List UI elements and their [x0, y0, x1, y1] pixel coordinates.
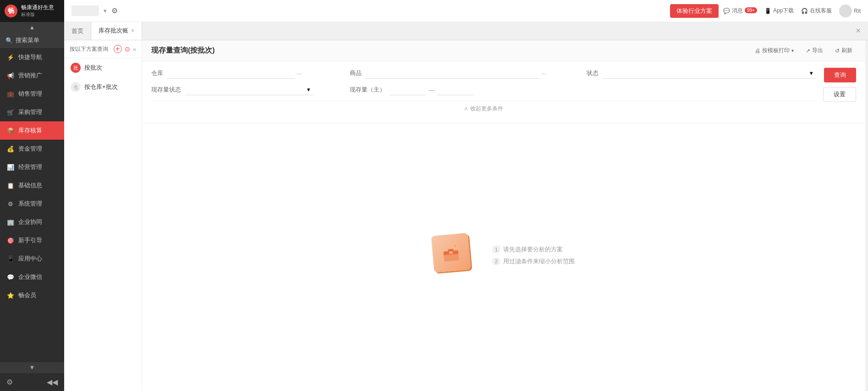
stock-qty-range: —	[389, 84, 579, 95]
sidebar-scroll-up[interactable]: ▲	[0, 22, 64, 33]
settings-button[interactable]: 设置	[823, 87, 856, 102]
inventory-icon: 📦	[6, 126, 15, 135]
tab-inventory-batch[interactable]: 库存批次账 ×	[91, 22, 142, 40]
sidebar-item-operations[interactable]: 📊 经营管理	[0, 158, 64, 176]
topbar-actions: 💬 消息 99+ 📱 App下载 🎧 在线客服 Rit	[723, 5, 861, 17]
filter-row-2: 现存量状态 ▾ 现存量（主） —	[151, 84, 816, 95]
messages-button[interactable]: 💬 消息 99+	[723, 7, 757, 15]
sidebar-item-enterprise[interactable]: 🏢 企业协同	[0, 213, 64, 231]
schema-item-by-warehouse-batch[interactable]: 仓 按仓库+批次	[64, 77, 142, 97]
sidebar-item-member[interactable]: ⭐ 畅会员	[0, 286, 64, 304]
search-icon: 🔍	[5, 37, 13, 44]
sidebar-item-basics[interactable]: 📋 基础信息	[0, 176, 64, 195]
empty-hint-2: 2 用过滤条件来缩小分析范围	[492, 257, 575, 266]
sidebar-item-label: 资金管理	[18, 145, 42, 153]
sidebar-search-item[interactable]: 🔍 搜索菜单	[0, 33, 64, 48]
warehouse-more-icon[interactable]: ···	[297, 70, 302, 77]
sidebar-item-label: 新手引导	[18, 236, 42, 244]
tab-home[interactable]: 首页	[64, 22, 91, 40]
sidebar-item-quick-nav[interactable]: ⚡ 快捷导航	[0, 48, 64, 66]
apps-icon: 📱	[6, 255, 15, 263]
left-panel-title: 按以下方案查询	[70, 45, 108, 53]
right-scrollbar[interactable]	[865, 40, 868, 391]
tab-close-icon[interactable]: ×	[131, 27, 134, 34]
page-header: 现存量查询(按批次) 🖨 按模板打印 ▾ ↗ 导出 ↺ 刷新	[142, 40, 865, 61]
sidebar-item-label: 销售管理	[18, 90, 42, 98]
tabs-bar: 首页 库存批次账 × ×	[64, 22, 868, 40]
sidebar-item-finance[interactable]: 💰 资金管理	[0, 140, 64, 158]
query-button[interactable]: 查询	[824, 68, 856, 82]
empty-state: 1 请先选择要分析的方案 2 用过滤条件来缩小分析范围	[142, 123, 865, 391]
product-more-icon[interactable]: ···	[541, 70, 546, 77]
sidebar-collapse-icon[interactable]: ◀◀	[47, 378, 58, 386]
wechat-icon: 💬	[6, 273, 15, 281]
empty-hint-1: 1 请先选择要分析的方案	[492, 245, 575, 254]
sidebar-item-label: 畅会员	[18, 291, 36, 299]
status-dropdown[interactable]: ▾	[602, 68, 816, 79]
tab-home-label: 首页	[71, 27, 83, 35]
sidebar-item-newbie[interactable]: 🎯 新手引导	[0, 231, 64, 250]
warehouse-filter-group: 仓库 ···	[151, 68, 342, 79]
hint-text-1: 请先选择要分析的方案	[503, 245, 563, 254]
industry-solution-button[interactable]: 体验行业方案	[670, 4, 719, 18]
sidebar-item-label: 采购管理	[18, 108, 42, 116]
page-header-actions: 🖨 按模板打印 ▾ ↗ 导出 ↺ 刷新	[751, 45, 856, 56]
enterprise-icon: 🏢	[6, 218, 15, 226]
app-download-button[interactable]: 📱 App下载	[764, 7, 794, 15]
sidebar-item-label: 基础信息	[18, 181, 42, 190]
sidebar-scroll-down[interactable]: ▼	[0, 362, 64, 373]
stock-qty-min-input[interactable]	[389, 84, 426, 95]
message-icon: 💬	[723, 8, 730, 14]
sidebar-item-wechat[interactable]: 💬 企业微信	[0, 268, 64, 286]
online-service-button[interactable]: 🎧 在线客服	[801, 7, 832, 15]
close-all-tabs-button[interactable]: ×	[848, 26, 868, 36]
stock-qty-dash: —	[429, 87, 434, 93]
user-label: Rit	[854, 8, 861, 14]
refresh-button[interactable]: ↺ 刷新	[831, 45, 856, 56]
app-logo: 畅	[5, 5, 17, 17]
schema-item-by-batch[interactable]: 批 按批次	[64, 58, 142, 77]
sidebar-search-label: 搜索菜单	[16, 36, 39, 44]
left-panel: 按以下方案查询 + ⊙ « 批 按批次 仓 按仓库+批次	[64, 40, 142, 391]
sidebar-settings-icon[interactable]: ⚙	[6, 378, 13, 386]
newbie-icon: 🎯	[6, 236, 15, 244]
add-schema-icon[interactable]: +	[114, 45, 122, 53]
print-label: 按模板打印	[762, 47, 790, 54]
sidebar-item-marketing[interactable]: 📢 营销推广	[0, 66, 64, 85]
sidebar-item-label: 企业协同	[18, 218, 42, 226]
app-download-label: App下载	[773, 7, 794, 15]
collapse-filter-button[interactable]: ∧ 收起更多条件	[151, 101, 816, 116]
topbar-dropdown-arrow[interactable]: ▾	[104, 7, 107, 14]
sidebar-nav: ⚡ 快捷导航 📢 营销推广 💼 销售管理 🛒 采购管理 📦 库存核算 💰 资金管…	[0, 48, 64, 362]
status-dropdown-icon: ▾	[810, 70, 813, 76]
schema-collapse-icon[interactable]: «	[133, 46, 136, 53]
schema-settings-icon[interactable]: ⊙	[125, 45, 130, 53]
print-button[interactable]: 🖨 按模板打印 ▾	[751, 45, 797, 56]
export-button[interactable]: ↗ 导出	[802, 45, 827, 56]
schema-by-batch-label: 按批次	[84, 64, 102, 72]
schema-by-batch-icon: 批	[71, 63, 81, 73]
sidebar-item-label: 营销推广	[18, 71, 42, 80]
sidebar-item-inventory[interactable]: 📦 库存核算	[0, 121, 64, 140]
tab-inventory-batch-label: 库存批次账	[99, 27, 128, 35]
warehouse-input[interactable]	[167, 68, 295, 79]
stock-status-dropdown[interactable]: ▾	[185, 84, 313, 95]
empty-state-text: 1 请先选择要分析的方案 2 用过滤条件来缩小分析范围	[492, 245, 575, 269]
filter-actions: 查询 设置	[823, 68, 856, 102]
hint-number-1: 1	[492, 245, 500, 254]
refresh-icon: ↺	[835, 48, 840, 54]
sidebar-item-purchase[interactable]: 🛒 采购管理	[0, 103, 64, 121]
product-input[interactable]	[365, 68, 539, 79]
basics-icon: 📋	[6, 181, 15, 190]
right-panel: 现存量查询(按批次) 🖨 按模板打印 ▾ ↗ 导出 ↺ 刷新	[142, 40, 865, 391]
box-svg	[439, 240, 463, 264]
sidebar-item-system[interactable]: ⚙ 系统管理	[0, 195, 64, 213]
export-icon: ↗	[806, 48, 810, 54]
marketing-icon: 📢	[6, 71, 15, 80]
user-profile[interactable]: Rit	[839, 5, 861, 17]
print-dropdown-icon[interactable]: ▾	[791, 48, 794, 53]
topbar-gear-icon[interactable]: ⚙	[111, 6, 118, 15]
sidebar-item-sales[interactable]: 💼 销售管理	[0, 85, 64, 103]
stock-qty-max-input[interactable]	[437, 84, 474, 95]
sidebar-item-apps[interactable]: 📱 应用中心	[0, 250, 64, 268]
